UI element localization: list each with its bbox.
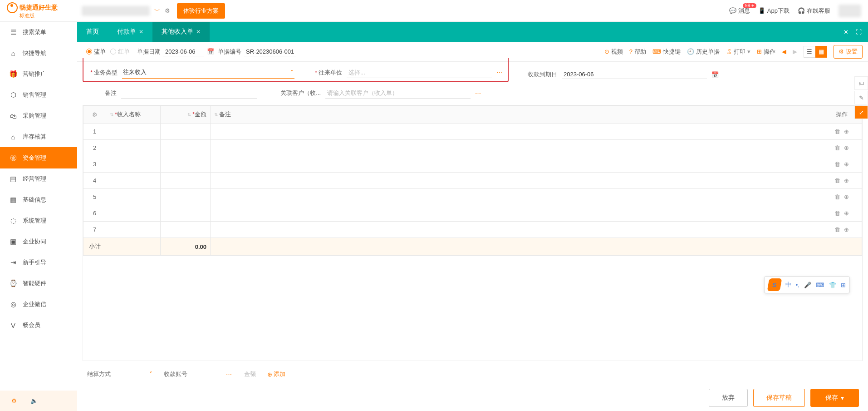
- settings-button[interactable]: ⚙设置: [834, 45, 863, 59]
- sidebar-item-3[interactable]: ⬡销售管理: [0, 84, 77, 105]
- calendar-icon[interactable]: 📅: [711, 71, 719, 78]
- gear-icon[interactable]: ⚙: [165, 7, 170, 14]
- sidebar-item-2[interactable]: 🎁营销推广: [0, 64, 77, 84]
- add-row-icon[interactable]: ⊕: [844, 144, 849, 151]
- due-date-value[interactable]: 2023-06-06: [562, 70, 707, 79]
- col-income-name[interactable]: ⇅*收入名称: [106, 106, 161, 124]
- cell-amount[interactable]: [161, 156, 211, 173]
- sidebar-item-13[interactable]: ◎企业微信: [0, 294, 77, 315]
- ime-skin-icon[interactable]: 👕: [829, 282, 836, 288]
- delete-row-icon[interactable]: 🗑: [834, 193, 840, 200]
- tab-0[interactable]: 首页: [77, 22, 108, 42]
- customer-service-button[interactable]: 🎧 在线客服: [798, 7, 830, 15]
- next-doc-icon[interactable]: ▶: [793, 48, 797, 55]
- ime-punct-icon[interactable]: •,: [796, 282, 799, 288]
- sidebar-item-9[interactable]: ◌系统管理: [0, 210, 77, 231]
- sidebar-item-10[interactable]: ▣企业协同: [0, 231, 77, 252]
- table-settings-header[interactable]: ⚙: [83, 106, 106, 124]
- ime-keyboard-icon[interactable]: ⌨: [816, 282, 824, 288]
- help-button[interactable]: ?帮助: [629, 48, 646, 56]
- col-remark[interactable]: ⇅备注: [211, 106, 821, 124]
- cell-income-name[interactable]: [106, 189, 161, 205]
- table-row[interactable]: 1🗑⊕: [83, 124, 862, 140]
- company-chevron-icon[interactable]: ﹀: [154, 7, 160, 15]
- account-select[interactable]: ⋯: [199, 371, 233, 378]
- cell-remark[interactable]: [211, 156, 821, 173]
- sidebar-item-7[interactable]: ▤经营管理: [0, 168, 77, 189]
- sidebar-item-6[interactable]: ㊎资金管理: [0, 147, 77, 168]
- settlement-method-select[interactable]: ˅: [122, 371, 152, 378]
- ime-toolbar[interactable]: S 中 •, 🎤 ⌨ 👕 ⊞: [764, 276, 850, 293]
- grid-view-icon[interactable]: ▦: [815, 46, 827, 58]
- cell-income-name[interactable]: [106, 156, 161, 173]
- save-draft-button[interactable]: 保存草稿: [753, 389, 805, 407]
- cell-remark[interactable]: [211, 222, 821, 238]
- cell-income-name[interactable]: [106, 205, 161, 222]
- close-all-tabs-icon[interactable]: ✕: [842, 27, 850, 37]
- cell-amount[interactable]: [161, 124, 211, 140]
- add-row-icon[interactable]: ⊕: [844, 128, 849, 135]
- cell-remark[interactable]: [211, 124, 821, 140]
- sidebar-item-12[interactable]: ⌚智能硬件: [0, 273, 77, 294]
- collapse-sidebar-icon[interactable]: 🔈: [30, 397, 38, 404]
- sidebar-item-0[interactable]: ☰搜索菜单: [0, 22, 77, 43]
- print-button[interactable]: 🖨打印▾: [726, 48, 750, 56]
- app-download-button[interactable]: 📱 App下载: [758, 7, 790, 15]
- shortcut-button[interactable]: ⌨快捷键: [652, 48, 681, 56]
- rail-edit-icon[interactable]: ✎: [854, 91, 868, 104]
- prev-doc-icon[interactable]: ◀: [782, 48, 786, 55]
- business-type-select[interactable]: 往来收入 ˅: [122, 66, 294, 79]
- sidebar-item-11[interactable]: ⇥新手引导: [0, 252, 77, 273]
- sidebar-item-14[interactable]: V畅会员: [0, 315, 77, 336]
- settings-footer-icon[interactable]: ⚙: [11, 397, 17, 404]
- delete-row-icon[interactable]: 🗑: [834, 161, 840, 168]
- delete-row-icon[interactable]: 🗑: [834, 210, 840, 217]
- cell-amount[interactable]: [161, 173, 211, 189]
- cell-amount[interactable]: [161, 189, 211, 205]
- add-payment-button[interactable]: ⊕添加: [267, 370, 285, 378]
- rail-tag-icon[interactable]: 🏷: [854, 76, 868, 90]
- history-button[interactable]: 🕘历史单据: [687, 48, 720, 56]
- add-row-icon[interactable]: ⊕: [844, 210, 849, 217]
- remark-input[interactable]: [121, 88, 257, 99]
- ime-toolbox-icon[interactable]: ⊞: [841, 282, 846, 288]
- ime-lang[interactable]: 中: [785, 281, 791, 289]
- cell-remark[interactable]: [211, 173, 821, 189]
- cell-income-name[interactable]: [106, 140, 161, 156]
- video-button[interactable]: ⊙视频: [604, 48, 623, 56]
- table-row[interactable]: 6🗑⊕: [83, 205, 862, 222]
- cell-amount[interactable]: [161, 205, 211, 222]
- add-row-icon[interactable]: ⊕: [844, 193, 849, 200]
- add-row-icon[interactable]: ⊕: [844, 177, 849, 184]
- cell-remark[interactable]: [211, 205, 821, 222]
- ime-mic-icon[interactable]: 🎤: [804, 282, 811, 288]
- doc-number-value[interactable]: SR-20230606-001: [244, 47, 296, 56]
- cell-amount[interactable]: [161, 140, 211, 156]
- unit-input[interactable]: [347, 67, 492, 78]
- sidebar-item-1[interactable]: ⌂快捷导航: [0, 43, 77, 64]
- delete-row-icon[interactable]: 🗑: [834, 226, 840, 233]
- sidebar-item-8[interactable]: ▦基础信息: [0, 189, 77, 210]
- table-row[interactable]: 7🗑⊕: [83, 222, 862, 238]
- add-row-icon[interactable]: ⊕: [844, 226, 849, 233]
- trial-button[interactable]: 体验行业方案: [177, 3, 225, 19]
- table-row[interactable]: 2🗑⊕: [83, 140, 862, 156]
- sidebar-item-4[interactable]: 🛍采购管理: [0, 105, 77, 126]
- red-doc-radio[interactable]: 红单: [110, 48, 130, 56]
- cell-income-name[interactable]: [106, 222, 161, 238]
- list-view-icon[interactable]: ☰: [804, 46, 815, 58]
- tab-1[interactable]: 付款单✕: [108, 22, 152, 42]
- col-amount[interactable]: ⇅*金额: [161, 106, 211, 124]
- table-row[interactable]: 3🗑⊕: [83, 156, 862, 173]
- related-customer-more-icon[interactable]: ⋯: [475, 90, 482, 97]
- cell-remark[interactable]: [211, 189, 821, 205]
- blue-doc-radio[interactable]: 蓝单: [86, 48, 106, 56]
- related-customer-input[interactable]: [325, 88, 471, 99]
- add-row-icon[interactable]: ⊕: [844, 161, 849, 168]
- fullscreen-icon[interactable]: ⛶: [854, 27, 863, 37]
- delete-row-icon[interactable]: 🗑: [834, 128, 840, 135]
- cell-income-name[interactable]: [106, 173, 161, 189]
- delete-row-icon[interactable]: 🗑: [834, 144, 840, 151]
- cell-income-name[interactable]: [106, 124, 161, 140]
- delete-row-icon[interactable]: 🗑: [834, 177, 840, 184]
